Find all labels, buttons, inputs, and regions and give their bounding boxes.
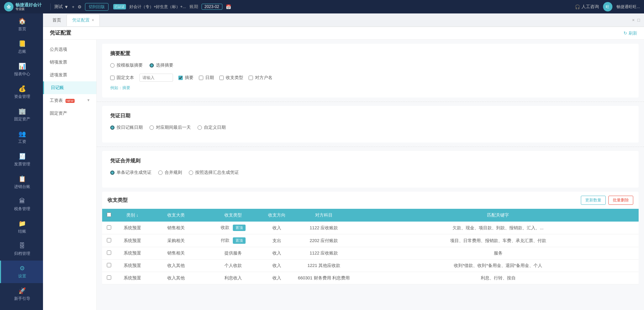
checkbox-date[interactable]: 日期 (199, 75, 214, 81)
sub-nav-payroll[interactable]: 工资表 NEW ▾ (43, 94, 96, 107)
radio-single[interactable]: 单条记录生成凭证 (110, 169, 152, 176)
checkbox-date-input[interactable] (199, 76, 203, 80)
consult-button[interactable]: 🎧 人工咨询 (575, 4, 599, 10)
page-title: 凭证配置 (50, 30, 71, 37)
sub-nav-public[interactable]: 公共选项 (43, 43, 96, 56)
sidebar-item-salary[interactable]: 👥 工资 (0, 126, 43, 149)
row-keywords-2: 服务 (357, 247, 639, 260)
sidebar-label-home: 首页 (18, 26, 26, 32)
radio-journal-date-input[interactable] (110, 125, 115, 130)
row-big-cat-0: 销售相关 (149, 222, 203, 234)
radio-select[interactable]: 选择摘要 (149, 62, 173, 68)
status-badge: 已认证 (113, 4, 126, 9)
batch-delete-button[interactable]: 批量删除 (608, 196, 633, 205)
guide-icon: 🚀 (18, 287, 26, 295)
window-close-icon[interactable]: × (632, 17, 635, 23)
row-account-1: 2202 应付账款 (290, 234, 357, 247)
sidebar-item-purchase[interactable]: 📋 进销台账 (0, 171, 43, 194)
th-big-category: 收支大类 (149, 209, 203, 222)
sidebar-item-member[interactable]: 👑 畅会员 (0, 306, 43, 310)
radio-merge-input[interactable] (158, 170, 163, 175)
table-row: 系统预置 销售相关 提供服务 收入 1122 应收账款 服务 (102, 247, 639, 260)
th-account: 对方科目 (290, 209, 357, 222)
period-value[interactable]: 2023-02 (202, 4, 222, 10)
new-badge-payroll: NEW (66, 99, 75, 103)
status-detail: 好会计（专）+好生意（标）+... (129, 4, 186, 10)
radio-template[interactable]: 按模板版摘要 (110, 62, 143, 68)
home-icon: 🏠 (18, 17, 26, 25)
fixed-text-input[interactable] (139, 74, 173, 82)
settings-icon[interactable]: ⚙ (78, 4, 82, 9)
funds-icon: 💰 (18, 85, 26, 92)
refresh-button[interactable]: ↻ 刷新 (624, 30, 637, 36)
sidebar-item-close[interactable]: 📁 结账 (0, 216, 43, 238)
sub-nav-journal[interactable]: 日记账 (43, 81, 96, 94)
main-content: 摘要配置 按模板版摘要 选择摘要 (97, 40, 644, 310)
invoice-icon: 🧾 (18, 153, 26, 160)
switch-version-button[interactable]: 切到旧版 (85, 3, 109, 11)
radio-template-input[interactable] (110, 63, 115, 68)
top-tag-1[interactable]: 置顶 (233, 237, 246, 244)
th-checkbox (102, 209, 116, 222)
radio-summary[interactable]: 按照选择汇总生成凭证 (189, 169, 239, 176)
row-category-0: 系统预置 (116, 222, 149, 234)
row-check-0[interactable] (107, 225, 111, 230)
radio-last-day-input[interactable] (149, 125, 154, 130)
row-check-2[interactable] (107, 250, 111, 255)
add-button[interactable]: + (72, 4, 75, 9)
radio-custom-date[interactable]: 自定义日期 (198, 124, 226, 130)
radio-last-day[interactable]: 对应期间最后一天 (149, 124, 191, 130)
row-check-3[interactable] (107, 263, 111, 267)
checkbox-income-type-input[interactable] (219, 76, 224, 80)
sub-nav-fixed-assets[interactable]: 固定资产 (43, 107, 96, 120)
company-selector[interactable]: 测试 ▼ (54, 4, 69, 10)
user-name: 畅捷通旺旺... (616, 4, 640, 10)
top-tag-0[interactable]: 置顶 (233, 225, 246, 231)
radio-single-input[interactable] (110, 170, 115, 175)
radio-merge[interactable]: 合并规则 (158, 169, 182, 176)
sidebar-item-funds[interactable]: 💰 资金管理 (0, 81, 43, 104)
sidebar-item-ledger[interactable]: 📒 总账 (0, 36, 43, 59)
radio-journal-date[interactable]: 按日记账日期 (110, 124, 143, 130)
checkbox-counterparty-input[interactable] (249, 76, 253, 80)
checkbox-summary-input[interactable] (178, 76, 183, 80)
sidebar-item-assets[interactable]: 🏢 固定资产 (0, 104, 43, 126)
row-category-4: 系统预置 (116, 272, 149, 284)
sidebar-item-guide[interactable]: 🚀 新手引导 (0, 283, 43, 306)
update-count-button[interactable]: 更新数量 (581, 196, 606, 205)
sidebar-item-home[interactable]: 🏠 首页 (0, 13, 43, 36)
radio-summary-input[interactable] (189, 170, 193, 175)
example-text: 例如：摘要 (110, 85, 631, 91)
table-row: 系统预置 采购相关 付款 置顶 支出 2202 应付账款 项目、日常费用、报销款… (102, 234, 639, 247)
checkbox-fixed-text[interactable]: 固定文本 (110, 75, 134, 81)
sub-nav-sales-invoice[interactable]: 销项发票 (43, 56, 96, 69)
row-check-4[interactable] (107, 275, 111, 280)
window-maximize-icon[interactable]: □ (637, 17, 640, 23)
th-income-type: 收支类型 (203, 209, 263, 222)
checkbox-counterparty[interactable]: 对方户名 (249, 75, 272, 81)
sub-nav-purchase-invoice[interactable]: 进项发票 (43, 69, 96, 81)
row-checkbox-0 (102, 222, 116, 234)
radio-custom-date-input[interactable] (198, 125, 202, 130)
merge-radio-group: 单条记录生成凭证 合并规则 按照选择汇总生成凭证 (110, 169, 631, 176)
logo-title: 畅捷通好会计 (15, 2, 42, 8)
purchase-icon: 📋 (18, 175, 26, 183)
th-category[interactable]: 类别 ↓ (116, 209, 149, 222)
tab-voucher-config[interactable]: 凭证配置 × (67, 14, 100, 26)
th-keyword: 匹配关键字 (357, 209, 639, 222)
sidebar-item-reports[interactable]: 📊 报表中心 (0, 59, 43, 81)
sidebar-item-invoice[interactable]: 🧾 发票管理 (0, 149, 43, 171)
row-checkbox-2 (102, 247, 116, 260)
tab-home[interactable]: 首页 (47, 14, 67, 26)
checkbox-fixed-text-input[interactable] (110, 76, 115, 80)
tab-close-button[interactable]: × (92, 18, 94, 23)
sidebar-item-settings[interactable]: ⚙ 设置 (0, 261, 43, 283)
dropdown-icon: ▼ (64, 4, 69, 9)
select-all-checkbox[interactable] (107, 212, 111, 217)
radio-select-input[interactable] (149, 63, 154, 68)
sidebar-item-tax[interactable]: 🏛 税务管理 (0, 194, 43, 216)
checkbox-summary[interactable]: 摘要 (178, 75, 194, 81)
sidebar-item-archive[interactable]: 🗄 归档管理 (0, 238, 43, 261)
checkbox-income-type[interactable]: 收支类型 (219, 75, 243, 81)
row-check-1[interactable] (107, 238, 111, 242)
